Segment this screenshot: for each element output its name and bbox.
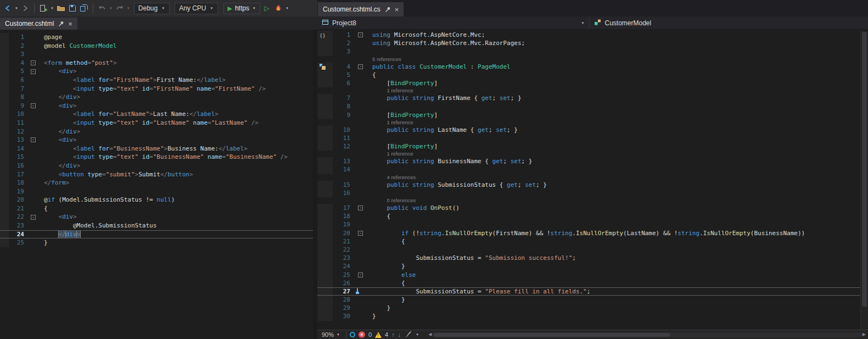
breakpoint-margin[interactable]: [0, 213, 9, 221]
add-item-icon[interactable]: [38, 3, 48, 13]
breakpoint-margin[interactable]: [317, 296, 333, 304]
code-line-1[interactable]: 1using Microsoft.AspNetCore.Mvc;: [317, 31, 860, 39]
code-line-22[interactable]: 22: [317, 246, 860, 254]
code-line-18[interactable]: 18 {: [317, 212, 860, 220]
collapse-icon[interactable]: [358, 231, 363, 236]
collapse-icon[interactable]: [358, 32, 363, 37]
code-line-2[interactable]: 2using Microsoft.AspNetCore.Mvc.RazorPag…: [317, 39, 860, 47]
code-line-5[interactable]: 5{: [317, 71, 860, 79]
code-line-3[interactable]: 3: [317, 47, 860, 55]
breakpoint-margin[interactable]: [317, 71, 333, 79]
breakpoint-margin[interactable]: [317, 246, 333, 254]
code-line-23[interactable]: 23 SubmissionStatus = "Submission succes…: [317, 254, 860, 262]
codelens-label[interactable]: 5 references: [372, 56, 401, 63]
breakpoint-margin[interactable]: [317, 31, 333, 39]
error-icon[interactable]: [359, 331, 365, 338]
breakpoint-margin[interactable]: [0, 85, 9, 93]
fold-margin[interactable]: [27, 67, 41, 76]
code-line-8[interactable]: 8 </div>: [0, 93, 313, 102]
fold-margin[interactable]: [354, 63, 370, 71]
breakpoint-margin[interactable]: [0, 187, 9, 196]
pin-icon[interactable]: [58, 20, 64, 27]
fold-margin[interactable]: [27, 59, 41, 68]
breakpoint-margin[interactable]: [0, 238, 9, 247]
fold-margin[interactable]: [27, 213, 41, 221]
breakpoint-margin[interactable]: [317, 189, 333, 197]
breakpoint-margin[interactable]: [0, 110, 9, 119]
pin-icon[interactable]: [384, 6, 391, 13]
code-line-26[interactable]: 26 {: [317, 279, 860, 287]
code-cleanup-caret-icon[interactable]: ▼: [416, 333, 419, 336]
code-line-20[interactable]: 20 if (!string.IsNullOrEmpty(FirstName) …: [317, 229, 860, 237]
code-line-15[interactable]: 15 public string SubmissionStatus { get;…: [317, 181, 860, 189]
codelens-references[interactable]: 1 reference: [317, 87, 860, 94]
collapse-icon[interactable]: [31, 103, 36, 108]
scrollbar-thumb[interactable]: [434, 333, 669, 337]
breakpoint-margin[interactable]: [0, 42, 9, 51]
hot-reload-caret-icon[interactable]: ▼: [285, 7, 289, 10]
horizontal-scrollbar[interactable]: ◀ ▶: [428, 330, 866, 339]
breakpoint-margin[interactable]: [0, 127, 9, 136]
breakpoint-margin[interactable]: [0, 93, 9, 102]
breakpoint-margin[interactable]: [317, 237, 333, 246]
fold-margin[interactable]: [27, 136, 41, 145]
codelens-label[interactable]: 1 reference: [387, 151, 413, 157]
code-line-20[interactable]: 20@if (Model.SubmissionStatus != null): [0, 196, 313, 204]
project-dropdown[interactable]: Project8 ▼: [317, 16, 590, 29]
code-line-16[interactable]: 16 </div>: [0, 162, 313, 170]
breakpoint-margin[interactable]: [317, 111, 333, 119]
breakpoint-margin[interactable]: [317, 63, 333, 71]
breakpoint-margin[interactable]: [0, 50, 9, 59]
breakpoint-margin[interactable]: [0, 145, 9, 153]
code-line-13[interactable]: 13 <div>: [0, 136, 313, 145]
code-line-4[interactable]: 4<form method="post">: [0, 59, 313, 68]
health-indicator-icon[interactable]: [350, 332, 355, 337]
breakpoint-margin[interactable]: [317, 271, 333, 279]
code-line-14[interactable]: 14: [317, 165, 860, 174]
pane-splitter[interactable]: [313, 30, 317, 339]
breakpoint-margin[interactable]: [0, 162, 9, 170]
collapse-icon[interactable]: [31, 69, 36, 74]
breakpoint-margin[interactable]: [0, 221, 9, 230]
breakpoint-margin[interactable]: [317, 134, 333, 142]
breakpoint-margin[interactable]: [0, 153, 9, 162]
breakpoint-margin[interactable]: [0, 204, 9, 213]
breakpoint-margin[interactable]: [0, 76, 9, 85]
breakpoint-margin[interactable]: [317, 157, 333, 165]
start-without-debugging-icon[interactable]: ▷: [262, 3, 272, 13]
code-line-9[interactable]: 9 <div>: [0, 102, 313, 110]
code-line-15[interactable]: 15 <input type="text" id="BusinessName" …: [0, 153, 313, 162]
breakpoint-margin[interactable]: [0, 119, 9, 127]
undo-caret-icon[interactable]: ▼: [109, 7, 113, 10]
code-line-30[interactable]: 30}: [317, 312, 860, 320]
breakpoint-margin[interactable]: [317, 39, 333, 47]
scroll-right-icon[interactable]: ▶: [863, 332, 866, 337]
breakpoint-margin[interactable]: [0, 102, 9, 110]
codelens-label[interactable]: 0 references: [387, 197, 416, 204]
start-debugging-button[interactable]: ▶ https ▼: [223, 3, 260, 14]
code-line-18[interactable]: 18</form>: [0, 179, 313, 187]
code-line-17[interactable]: 17 <button type="submit">Submit</button>: [0, 170, 313, 179]
breakpoint-margin[interactable]: [317, 279, 333, 287]
codelens-references[interactable]: 1 reference: [317, 119, 860, 126]
code-line-27[interactable]: 27 SubmissionStatus = "Please fill in al…: [317, 287, 860, 296]
code-line-29[interactable]: 29 }: [317, 304, 860, 312]
undo-icon[interactable]: [97, 3, 107, 13]
breakpoint-margin[interactable]: [317, 312, 333, 320]
code-line-19[interactable]: 19: [0, 187, 313, 196]
fold-margin[interactable]: [354, 204, 370, 212]
zoom-dropdown[interactable]: 90% ▼: [320, 331, 343, 338]
breakpoint-margin[interactable]: [0, 230, 9, 239]
code-line-23[interactable]: 23 @Model.SubmissionStatus: [0, 221, 313, 230]
scrollbar-thumb[interactable]: [862, 32, 867, 307]
breakpoint-margin[interactable]: [317, 79, 333, 87]
breakpoint-margin[interactable]: [317, 102, 333, 110]
breakpoint-margin[interactable]: [0, 33, 9, 42]
codelens-label[interactable]: 1 reference: [387, 119, 413, 126]
code-line-8[interactable]: 8: [317, 102, 860, 110]
code-line-17[interactable]: 17 public void OnPost(): [317, 204, 860, 212]
code-line-6[interactable]: 6 [BindProperty]: [317, 79, 860, 87]
breakpoint-margin[interactable]: [317, 262, 333, 270]
code-line-5[interactable]: 5 <div>: [0, 67, 313, 76]
breakpoint-margin[interactable]: [317, 204, 333, 212]
